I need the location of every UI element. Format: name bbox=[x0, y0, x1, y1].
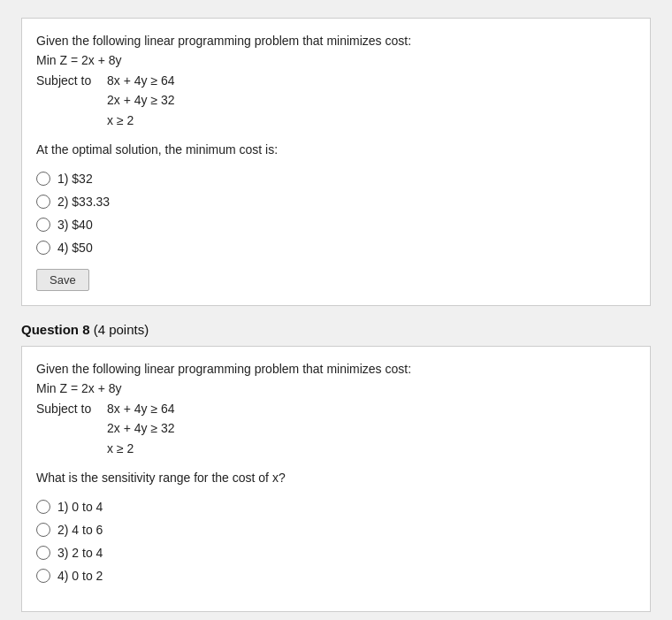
q8-options-list: 1) 0 to 4 2) 4 to 6 3) 2 to 4 4) 0 to bbox=[36, 500, 636, 583]
q8-heading-text: Question 8 bbox=[21, 322, 90, 337]
q7-constraints: 8x + 4y ≥ 64 2x + 4y ≥ 32 x ≥ 2 bbox=[107, 71, 175, 130]
q7-radio-3[interactable] bbox=[36, 218, 50, 232]
q8-radio-4[interactable] bbox=[36, 569, 50, 583]
q7-save-button[interactable]: Save bbox=[36, 269, 89, 291]
q7-subject-label: Subject to bbox=[36, 71, 107, 90]
q7-problem-intro: Given the following linear programming p… bbox=[36, 31, 636, 50]
q8-problem-intro: Given the following linear programming p… bbox=[36, 359, 636, 379]
q7-min-z: Min Z = 2x + 8y bbox=[36, 50, 636, 70]
q8-constraint1: 8x + 4y ≥ 64 bbox=[107, 399, 175, 418]
q7-option-3[interactable]: 3) $40 bbox=[36, 218, 636, 232]
q8-min-z: Min Z = 2x + 8y bbox=[36, 379, 636, 398]
q8-subject-row: Subject to 8x + 4y ≥ 64 2x + 4y ≥ 32 x ≥… bbox=[36, 399, 636, 458]
q7-radio-1[interactable] bbox=[36, 172, 50, 186]
q8-radio-2[interactable] bbox=[36, 523, 50, 537]
q8-option-2-text: 2) 4 to 6 bbox=[57, 523, 103, 537]
q7-radio-4[interactable] bbox=[36, 241, 50, 255]
q7-constraint1: 8x + 4y ≥ 64 bbox=[107, 71, 175, 90]
q8-option-3[interactable]: 3) 2 to 4 bbox=[36, 546, 636, 560]
q8-option-2-label[interactable]: 2) 4 to 6 bbox=[36, 523, 103, 537]
q8-option-4[interactable]: 4) 0 to 2 bbox=[36, 569, 636, 583]
q8-radio-1[interactable] bbox=[36, 500, 50, 514]
page-container: Given the following linear programming p… bbox=[0, 0, 672, 620]
q7-option-2[interactable]: 2) $33.33 bbox=[36, 195, 636, 209]
q7-option-2-label[interactable]: 2) $33.33 bbox=[36, 195, 110, 209]
q7-option-2-text: 2) $33.33 bbox=[57, 195, 110, 209]
q8-subject-label: Subject to bbox=[36, 399, 107, 418]
q7-constraint2: 2x + 4y ≥ 32 bbox=[107, 90, 175, 110]
question7-block: Given the following linear programming p… bbox=[21, 18, 651, 306]
q7-option-1-text: 1) $32 bbox=[57, 172, 93, 186]
q8-option-4-text: 4) 0 to 2 bbox=[57, 569, 103, 583]
q7-option-1[interactable]: 1) $32 bbox=[36, 172, 636, 186]
q8-radio-3[interactable] bbox=[36, 546, 50, 560]
q7-option-1-label[interactable]: 1) $32 bbox=[36, 172, 93, 186]
q8-option-1-text: 1) 0 to 4 bbox=[57, 500, 103, 514]
q7-option-4-text: 4) $50 bbox=[57, 241, 93, 255]
q8-problem-statement: Given the following linear programming p… bbox=[36, 359, 636, 458]
question8-block: Given the following linear programming p… bbox=[21, 346, 651, 612]
q8-question-text: What is the sensitivity range for the co… bbox=[36, 469, 636, 487]
q7-option-4[interactable]: 4) $50 bbox=[36, 241, 636, 255]
q8-constraint2: 2x + 4y ≥ 32 bbox=[107, 418, 175, 438]
q8-constraint3: x ≥ 2 bbox=[107, 439, 175, 458]
q8-heading-outer: Question 8 (4 points) bbox=[21, 322, 651, 337]
q7-radio-2[interactable] bbox=[36, 195, 50, 209]
q7-option-3-label[interactable]: 3) $40 bbox=[36, 218, 93, 232]
q8-points-text: (4 points) bbox=[90, 322, 149, 337]
q8-option-3-label[interactable]: 3) 2 to 4 bbox=[36, 546, 103, 560]
q8-option-1-label[interactable]: 1) 0 to 4 bbox=[36, 500, 103, 514]
q8-option-1[interactable]: 1) 0 to 4 bbox=[36, 500, 636, 514]
q7-question-text: At the optimal solution, the minimum cos… bbox=[36, 141, 636, 159]
q7-problem-statement: Given the following linear programming p… bbox=[36, 31, 636, 130]
q7-subject-row: Subject to 8x + 4y ≥ 64 2x + 4y ≥ 32 x ≥… bbox=[36, 71, 636, 130]
q7-constraint3: x ≥ 2 bbox=[107, 111, 175, 130]
q8-option-2[interactable]: 2) 4 to 6 bbox=[36, 523, 636, 537]
q8-option-3-text: 3) 2 to 4 bbox=[57, 546, 103, 560]
q7-option-4-label[interactable]: 4) $50 bbox=[36, 241, 93, 255]
q8-option-4-label[interactable]: 4) 0 to 2 bbox=[36, 569, 103, 583]
q7-option-3-text: 3) $40 bbox=[57, 218, 93, 232]
q8-constraints: 8x + 4y ≥ 64 2x + 4y ≥ 32 x ≥ 2 bbox=[107, 399, 175, 458]
q7-options-list: 1) $32 2) $33.33 3) $40 4) $50 bbox=[36, 172, 636, 255]
